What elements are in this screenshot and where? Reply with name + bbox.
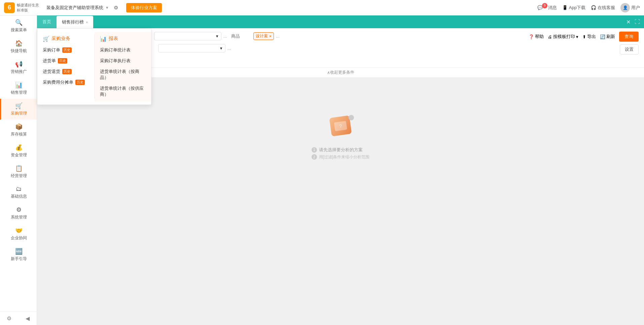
stock-stat-supplier-label: 进货单统计表（按供应商） (100, 85, 146, 97)
headset-icon: 🎧 (591, 5, 596, 10)
topbar-right: 💬 9 消息 📱 App下载 🎧 在线客服 👤 用户 (537, 3, 640, 12)
print-btn[interactable]: 🖨 按模板打印 ▾ (548, 34, 578, 40)
dropdown-item-stock-stat-product[interactable]: 进货单统计表（按商品） (95, 66, 151, 83)
product-dots[interactable]: ... (276, 34, 280, 39)
status-select[interactable]: ▾ (154, 32, 221, 40)
sidebar-item-marketing[interactable]: 📢 营销推广 (0, 57, 37, 78)
sidebar: 🔍 搜索菜单 🏠 快捷导航 📢 营销推广 📊 销售管理 🛒 采购管理 📦 库存核… (0, 15, 37, 325)
ops-icon: 📋 (15, 165, 23, 172)
sys-chevron-icon[interactable]: ▾ (106, 5, 108, 10)
refresh-icon: 🔄 (600, 34, 605, 39)
message-badge: 9 (542, 3, 547, 8)
dropdown-item-stock-in[interactable]: 进货单 历史 (37, 55, 94, 66)
message-item[interactable]: 💬 9 消息 (537, 5, 557, 11)
dropdown-item-stock-return[interactable]: 进货退货 历史 (37, 66, 94, 77)
setting-button[interactable]: 设置 (620, 44, 639, 54)
export-btn[interactable]: ⬆ 导出 (582, 34, 596, 40)
basic-icon: 🗂 (16, 186, 22, 193)
sidebar-item-finance[interactable]: 💰 资金管理 (0, 140, 37, 161)
stock-stat-product-label: 进货单统计表（按商品） (100, 69, 146, 81)
sidebar-label-inventory: 库存核算 (11, 131, 27, 137)
sidebar-item-inventory[interactable]: 📦 库存核算 (0, 120, 37, 140)
system-icon: ⚙ (16, 206, 22, 213)
service-item[interactable]: 🎧 在线客服 (591, 5, 615, 11)
filter-toolbar: ❓ 帮助 🖨 按模板打印 ▾ ⬆ 导出 (523, 32, 639, 54)
product-tag-close[interactable]: × (269, 34, 272, 39)
chevron-up-icon: ∧ (327, 70, 330, 75)
hint2-num: 2 (312, 154, 317, 160)
refresh-btn[interactable]: 🔄 刷新 (600, 34, 615, 40)
dropdown-item-stock-stat-supplier[interactable]: 进货单统计表（按供应商） (95, 83, 151, 100)
sidebar-item-guide[interactable]: 🆕 新手引导 (0, 244, 37, 265)
dropdown-item-po-stat[interactable]: 采购订单统计表 (95, 45, 151, 55)
purchase-dropdown: 🛒 采购业务 采购订单 历史 进货单 历史 进货退货 历史 采购费用分摊单 历史 (37, 28, 151, 105)
dropdown-col-business: 🛒 采购业务 采购订单 历史 进货单 历史 进货退货 历史 采购费用分摊单 历史 (37, 32, 94, 101)
dropdown-col2-title: 📊 报表 (95, 33, 151, 45)
sales-icon: 📊 (15, 81, 23, 89)
sidebar-item-search[interactable]: 🔍 搜索菜单 (0, 15, 37, 36)
purchase-order-label: 采购订单 (43, 47, 60, 53)
sidebar-item-purchase[interactable]: 🛒 采购管理 (0, 99, 37, 120)
dropdown-col-reports: 📊 报表 采购订单统计表 采购订单执行表 进货单统计表（按商品） 进货单统计表（… (95, 32, 151, 101)
sidebar-item-quicknav[interactable]: 🏠 快捷导航 (0, 36, 37, 57)
empty-hint1: 请先选择要分析的方案 (319, 147, 363, 153)
tab-sales-rank[interactable]: 销售排行榜 × (57, 16, 93, 29)
tab-close-icon[interactable]: × (86, 20, 88, 24)
empty-hints: 1 请先选择要分析的方案 2 用[过滤]条件来缩小分析范围 (312, 147, 370, 160)
avatar: 👤 (620, 3, 630, 12)
tab-home[interactable]: 首页 (37, 15, 57, 28)
query-button[interactable]: 查询 (619, 32, 639, 42)
dropdown-item-po-exec[interactable]: 采购订单执行表 (95, 55, 151, 66)
salesperson-select[interactable]: ▾ (158, 44, 225, 52)
tabbar-expand-icon[interactable]: ⛶ (633, 18, 641, 26)
settings-gear-icon[interactable]: ⚙ (114, 5, 118, 11)
search-icon: 🔍 (15, 19, 23, 26)
tab-home-label: 首页 (42, 19, 51, 25)
status-dots[interactable]: ... (223, 34, 227, 39)
toolbar-row: ❓ 帮助 🖨 按模板打印 ▾ ⬆ 导出 (529, 32, 639, 42)
dropdown-item-purchase-fee[interactable]: 采购费用分摊单 历史 (37, 77, 94, 88)
sidebar-item-system[interactable]: ⚙ 系统管理 (0, 203, 37, 224)
export-icon: ⬆ (582, 34, 586, 39)
user-item[interactable]: 👤 用户 (620, 3, 640, 12)
logo-text: 畅捷通好生意 标准版 (17, 3, 39, 12)
sidebar-item-ops[interactable]: 📋 经营管理 (0, 161, 37, 182)
dropdown-item-purchase-order[interactable]: 采购订单 历史 (37, 45, 94, 55)
empty-hint2: 用[过滤]条件来缩小分析范围 (319, 154, 370, 160)
user-label: 用户 (631, 5, 640, 11)
sidebar-label-ops: 经营管理 (11, 173, 27, 179)
logo: 6 畅捷通好生意 标准版 (4, 2, 41, 13)
sidebar-label-system: 系统管理 (11, 214, 27, 220)
topbar: 6 畅捷通好生意 标准版 装备及固定资产辅助管理系统 ▾ ⚙ 体验行业方案 💬 … (0, 0, 644, 15)
message-label: 消息 (548, 5, 557, 11)
sidebar-collapse-btn[interactable]: ◀ (19, 312, 37, 325)
industry-btn[interactable]: 体验行业方案 (126, 3, 162, 12)
sidebar-label-marketing: 营销推广 (11, 69, 27, 75)
help-btn[interactable]: ❓ 帮助 (529, 34, 544, 40)
sidebar-label-basic: 基础信息 (11, 194, 27, 199)
service-label: 在线客服 (598, 5, 615, 11)
hint2-row: 2 用[过滤]条件来缩小分析范围 (312, 154, 370, 160)
hist-badge-stock-in: 历史 (58, 58, 67, 64)
sidebar-settings-btn[interactable]: ⚙ (0, 312, 19, 325)
app-label: App下载 (569, 5, 585, 11)
collab-icon: 🤝 (15, 227, 23, 234)
sidebar-item-basic[interactable]: 🗂 基础信息 (0, 182, 37, 203)
app-download-item[interactable]: 📱 App下载 (562, 5, 585, 11)
report-icon: 📊 (100, 35, 107, 42)
tabbar: 首页 销售排行榜 × ✕ ⛶ (37, 15, 644, 28)
hint1-num: 1 (312, 147, 317, 153)
salesperson-dots[interactable]: ... (227, 46, 231, 51)
purchase-fee-label: 采购费用分摊单 (43, 79, 73, 85)
sys-name: 装备及固定资产辅助管理系统 (46, 5, 103, 11)
tabbar-actions: ✕ ⛶ (625, 18, 644, 26)
purchase-biz-icon: 🛒 (43, 35, 49, 42)
empty-dot-icon (349, 115, 354, 120)
sidebar-label-finance: 资金管理 (11, 152, 27, 158)
po-exec-label: 采购订单执行表 (100, 58, 131, 64)
tabbar-close-icon[interactable]: ✕ (625, 18, 632, 26)
hist-badge-purchase-order: 历史 (62, 47, 72, 53)
sidebar-item-collab[interactable]: 🤝 企业协同 (0, 224, 37, 244)
sidebar-item-sales[interactable]: 📊 销售管理 (0, 78, 37, 99)
help-icon: ❓ (529, 34, 534, 39)
